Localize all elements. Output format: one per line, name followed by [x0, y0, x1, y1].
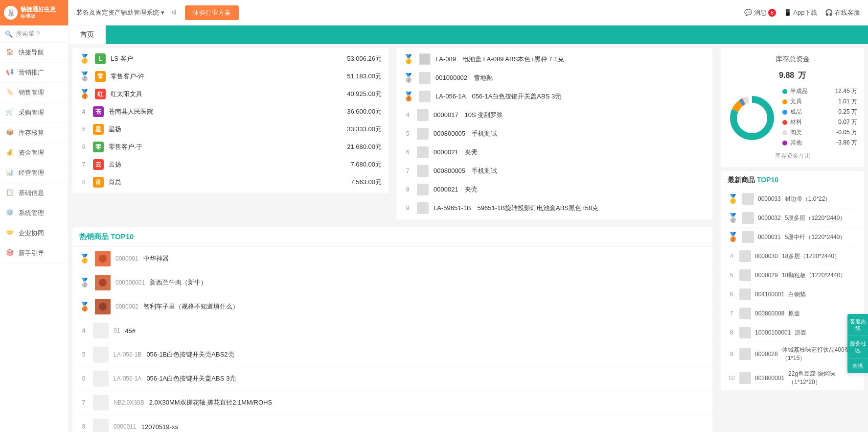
- operation-icon: 📊: [6, 168, 15, 177]
- product-img: [417, 184, 429, 195]
- table-row: 🥇 L LS 客户 53,006.26元: [72, 50, 388, 68]
- message-area[interactable]: 💬 消息 6: [744, 8, 776, 17]
- medal-bronze-icon: 🥉: [79, 89, 90, 99]
- svg-point-4: [99, 279, 107, 287]
- message-icon: 💬: [744, 9, 752, 16]
- live-stream-button[interactable]: 直播: [847, 359, 868, 373]
- purchase-icon: 🛒: [6, 108, 15, 117]
- list-item: 8 10000100001 原壶: [721, 323, 864, 342]
- tab-home[interactable]: 首页: [69, 25, 106, 44]
- customer-badge: L: [95, 53, 106, 64]
- product-img: [739, 288, 751, 300]
- medal-gold-icon: 🥇: [79, 53, 90, 64]
- stock-amount: 9.88 万: [728, 66, 857, 81]
- sales-icon: 🏷️: [6, 88, 15, 97]
- list-item: 8 0000011 12070519-xs: [72, 415, 712, 432]
- list-item: 5 LA-056-1B 056-1B白色按键开关壳ABS2壳: [72, 343, 712, 367]
- medal-silver-icon: 🥈: [728, 213, 738, 223]
- product-img: [739, 327, 751, 338]
- list-item: 🥇 0000001 中华神器: [72, 247, 712, 271]
- medal-silver-icon: 🥈: [403, 72, 414, 83]
- list-item: 4 01 45#: [72, 319, 712, 343]
- customer-badge: 云: [93, 159, 104, 170]
- donut-chart: [728, 94, 777, 143]
- sidebar-item-marketing[interactable]: 📢 营销推广: [0, 63, 68, 83]
- table-row: 8 0000021 夹壳: [396, 180, 712, 199]
- system-name: 装备及固定资产辅助管理系统: [76, 8, 159, 17]
- sidebar-item-finance[interactable]: 💰 资金管理: [0, 143, 68, 163]
- main-area: 装备及固定资产辅助管理系统 ▾ ⚙ 体验行业方案 💬 消息 6 📱 App下载 …: [69, 0, 868, 432]
- legend-item: 其他 -3.86 万: [782, 139, 857, 147]
- table-row: 🥈 001000002 雪地靴: [396, 69, 712, 87]
- legend-item: 成品 0.25 万: [782, 108, 857, 116]
- table-row: 9 LA-59651-1B 59651-1B旋转投影灯电池盒ABS黑色+58克: [396, 199, 712, 217]
- content-right: 库存总资金 9.88 万: [716, 44, 868, 432]
- product-thumbnail: [93, 347, 109, 362]
- table-row: 5 星 星扬 33,333.00元: [72, 120, 388, 138]
- product-img: [739, 372, 751, 384]
- list-item: 4 0000030 18多层（1220*2440）: [721, 247, 864, 266]
- stock-legend: 半成品 12.45 万 文具 1.01 万 成品 0.25 万: [782, 87, 857, 149]
- product-rank-list: 🥇 LA-089 电池盖 LA-089 ABS本色+黑种 7.1克 🥈 0010…: [396, 48, 712, 219]
- product-img: [417, 165, 429, 177]
- list-item: 🥉 0000002 智利车子里（规格不知道填什么）: [72, 295, 712, 319]
- svg-point-12: [740, 106, 764, 130]
- search-menu[interactable]: 🔍 搜索菜单: [0, 25, 68, 43]
- chevron-down-icon: ▾: [161, 9, 164, 16]
- product-thumbnail: [95, 299, 111, 314]
- search-icon: 🔍: [5, 30, 13, 38]
- sidebar-item-basic[interactable]: 📋 基础信息: [0, 183, 68, 203]
- sidebar-item-guide[interactable]: 🎯 新手引导: [0, 243, 68, 264]
- sidebar-item-system[interactable]: ⚙️ 系统管理: [0, 203, 68, 223]
- customer-badge: 零: [93, 142, 104, 152]
- logo-text: 畅捷通好生意 标准版: [21, 6, 56, 20]
- newest-products-panel: 最新商品 TOP10 🥇 0000033 封边带（1.0*22） 🥈 00000…: [721, 171, 864, 390]
- product-thumbnail: [93, 371, 109, 386]
- list-item: 6 004100001 白钢垫: [721, 285, 864, 304]
- legend-dot: [782, 120, 787, 125]
- content-left: 🥇 L LS 客户 53,006.26元 🥈 零 零售客户-许 51,183.0…: [69, 44, 716, 432]
- product-thumbnail: [93, 395, 109, 410]
- medal-gold-icon: 🥇: [79, 253, 90, 264]
- sidebar-item-operation[interactable]: 📊 经营管理: [0, 163, 68, 183]
- product-img: [742, 212, 754, 224]
- legend-dot: [782, 110, 787, 115]
- medal-gold-icon: 🥇: [403, 54, 414, 65]
- table-row: 🥇 LA-089 电池盖 LA-089 ABS本色+黑种 7.1克: [396, 50, 712, 69]
- customer-panel: 🥇 L LS 客户 53,006.26元 🥈 零 零售客户-许 51,183.0…: [72, 48, 388, 193]
- list-item: 🥈 000500001 新西兰牛肉（新牛）: [72, 271, 712, 295]
- message-badge: 6: [768, 9, 776, 17]
- legend-item: 材料 0.07 万: [782, 118, 857, 126]
- stock-title: 库存总资金: [728, 55, 857, 64]
- legend-item: 半成品 12.45 万: [782, 87, 857, 96]
- product-thumbnail: [95, 251, 111, 266]
- newest-header: 最新商品 TOP10: [721, 171, 864, 190]
- customer-badge: 红: [95, 89, 106, 99]
- table-row: 🥉 红 红太阳文具 40,925.00元: [72, 85, 388, 103]
- topbar: 装备及固定资产辅助管理系统 ▾ ⚙ 体验行业方案 💬 消息 6 📱 App下载 …: [69, 0, 868, 25]
- app-download[interactable]: 📱 App下载: [784, 8, 817, 17]
- legend-item: 文具 1.01 万: [782, 97, 857, 106]
- customer-badge: 肖: [93, 177, 104, 188]
- system-selector[interactable]: 装备及固定资产辅助管理系统 ▾: [76, 8, 164, 17]
- medal-gold-icon: 🥇: [728, 193, 738, 204]
- sidebar-item-purchase[interactable]: 🛒 采购管理: [0, 103, 68, 123]
- sidebar-item-coop[interactable]: 🤝 企业协同: [0, 223, 68, 243]
- settings-icon[interactable]: ⚙: [171, 9, 177, 16]
- list-item: 6 LA-056-1A 056-1A白色按键开关盖ABS 3壳: [72, 367, 712, 391]
- topbar-right: 💬 消息 6 📱 App下载 🎧 在线客服: [744, 8, 860, 17]
- sidebar-item-sales[interactable]: 🏷️ 销售管理: [0, 83, 68, 103]
- table-row: 6 0000021 夹壳: [396, 143, 712, 162]
- list-item: 🥉 0000031 5厘中纤（1220*2440）: [721, 228, 864, 247]
- sidebar-item-quick[interactable]: 🏠 快捷导航: [0, 43, 68, 63]
- product-img: [739, 269, 751, 281]
- sidebar-item-stock[interactable]: 📦 库存核算: [0, 123, 68, 143]
- product-thumbnail: [93, 419, 109, 432]
- marketing-icon: 📢: [6, 68, 15, 77]
- try-plan-button[interactable]: 体验行业方案: [185, 5, 239, 20]
- list-item: 10 003800001 22g鱼豆腐-烧烤味（1*12*20）: [721, 366, 864, 390]
- table-row: 7 000800005 手机测试: [396, 162, 712, 180]
- online-service[interactable]: 🎧 在线客服: [825, 8, 860, 17]
- customer-service-button[interactable]: 客服热线: [847, 314, 868, 336]
- service-community-button[interactable]: 服务社区: [847, 336, 868, 359]
